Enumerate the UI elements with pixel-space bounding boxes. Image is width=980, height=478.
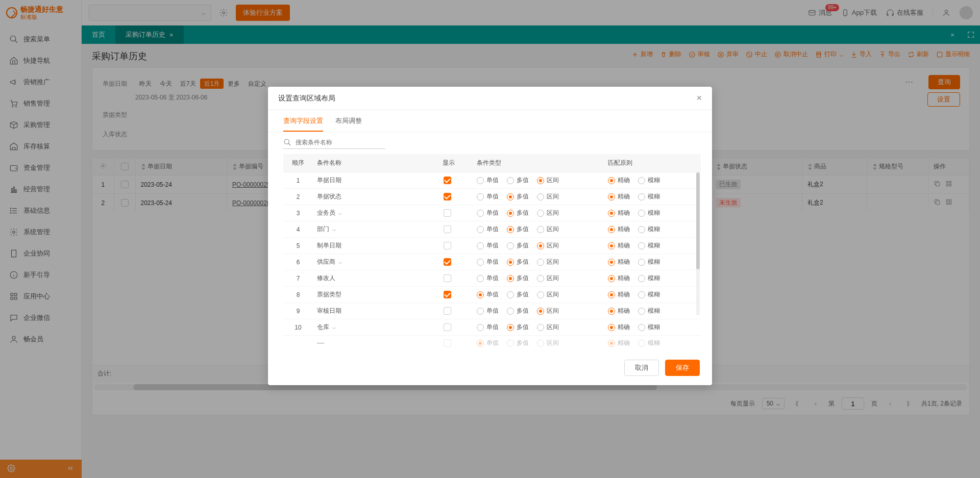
- radio-fuzzy[interactable]: 模糊: [638, 176, 660, 185]
- radio-multi[interactable]: 多值: [507, 225, 529, 234]
- radio-exact[interactable]: 精确: [608, 209, 630, 217]
- radio-fuzzy[interactable]: 模糊: [638, 192, 660, 201]
- radio-multi[interactable]: 多值: [507, 176, 529, 185]
- cell-name: 制单日期: [313, 238, 438, 254]
- cell-show[interactable]: [438, 189, 473, 205]
- radio-range[interactable]: 区间: [537, 290, 559, 299]
- cell-show[interactable]: [438, 287, 473, 303]
- radio-fuzzy[interactable]: 模糊: [638, 225, 660, 234]
- radio-single[interactable]: 单值: [477, 209, 499, 217]
- radio-single[interactable]: 单值: [477, 307, 499, 315]
- v-scrollbar[interactable]: [696, 172, 700, 315]
- radio-single[interactable]: 单值: [477, 274, 499, 283]
- cell-order: 6: [283, 254, 313, 270]
- radio-range[interactable]: 区间: [537, 274, 559, 283]
- radio-exact[interactable]: 精确: [608, 225, 630, 234]
- radio-single[interactable]: 单值: [477, 339, 499, 347]
- cancel-button[interactable]: 取消: [624, 360, 659, 376]
- cell-show[interactable]: [438, 303, 473, 319]
- chevron-down-icon[interactable]: ⌵: [332, 323, 336, 331]
- dialog-body: 顺序 条件名称 显示 条件类型 匹配原则 1 单据日期 单值多值区间 精确模糊 …: [268, 149, 712, 353]
- radio-exact[interactable]: 精确: [608, 192, 630, 201]
- cell-order: 8: [283, 287, 313, 303]
- radio-single[interactable]: 单值: [477, 290, 499, 299]
- th-show: 显示: [438, 154, 473, 172]
- cell-show[interactable]: [438, 205, 473, 221]
- radio-range[interactable]: 区间: [537, 192, 559, 201]
- cell-match: 精确模糊: [604, 238, 701, 254]
- cell-type: 单值多值区间: [473, 270, 604, 287]
- cell-match: 精确模糊: [604, 221, 701, 238]
- radio-range[interactable]: 区间: [537, 258, 559, 266]
- radio-range[interactable]: 区间: [537, 307, 559, 315]
- cell-match: 精确模糊: [604, 319, 701, 336]
- radio-exact[interactable]: 精确: [608, 176, 630, 185]
- search-icon: [283, 138, 291, 146]
- radio-fuzzy[interactable]: 模糊: [638, 241, 660, 250]
- radio-single[interactable]: 单值: [477, 241, 499, 250]
- chevron-down-icon[interactable]: ⌵: [332, 225, 336, 233]
- radio-exact[interactable]: 精确: [608, 323, 630, 332]
- radio-range[interactable]: 区间: [537, 339, 559, 347]
- cell-match: 精确模糊: [604, 189, 701, 205]
- cell-type: 单值多值区间: [473, 319, 604, 336]
- radio-multi[interactable]: 多值: [507, 307, 529, 315]
- field-row: 5 制单日期 单值多值区间 精确模糊: [283, 238, 701, 254]
- radio-fuzzy[interactable]: 模糊: [638, 290, 660, 299]
- cell-type: 单值多值区间: [473, 221, 604, 238]
- cell-order: 7: [283, 270, 313, 287]
- radio-multi[interactable]: 多值: [507, 209, 529, 217]
- cell-name: 审核日期: [313, 303, 438, 319]
- close-icon[interactable]: ×: [696, 93, 702, 104]
- search-input[interactable]: [296, 139, 385, 146]
- tab-layout-adjust[interactable]: 布局调整: [335, 116, 362, 132]
- field-row: 3 业务员⌵ 单值多值区间 精确模糊: [283, 205, 701, 221]
- cell-show[interactable]: [438, 319, 473, 336]
- radio-fuzzy[interactable]: 模糊: [638, 258, 660, 266]
- radio-exact[interactable]: 精确: [608, 339, 630, 347]
- radio-multi[interactable]: 多值: [507, 274, 529, 283]
- radio-fuzzy[interactable]: 模糊: [638, 323, 660, 332]
- chevron-down-icon[interactable]: ⌵: [338, 209, 342, 216]
- radio-multi[interactable]: 多值: [507, 290, 529, 299]
- cell-match: 精确模糊: [604, 287, 701, 303]
- radio-multi[interactable]: 多值: [507, 339, 529, 347]
- radio-fuzzy[interactable]: 模糊: [638, 209, 660, 217]
- radio-exact[interactable]: 精确: [608, 274, 630, 283]
- cell-show[interactable]: [438, 172, 473, 189]
- cell-name: 部门⌵: [313, 221, 438, 238]
- radio-multi[interactable]: 多值: [507, 192, 529, 201]
- radio-fuzzy[interactable]: 模糊: [638, 307, 660, 315]
- cell-order: 10: [283, 319, 313, 336]
- tab-field-settings[interactable]: 查询字段设置: [283, 116, 323, 132]
- radio-range[interactable]: 区间: [537, 176, 559, 185]
- radio-range[interactable]: 区间: [537, 241, 559, 250]
- radio-fuzzy[interactable]: 模糊: [638, 339, 660, 347]
- dialog-header: 设置查询区域布局 ×: [268, 87, 712, 110]
- radio-multi[interactable]: 多值: [507, 241, 529, 250]
- radio-range[interactable]: 区间: [537, 225, 559, 234]
- radio-single[interactable]: 单值: [477, 323, 499, 332]
- radio-single[interactable]: 单值: [477, 225, 499, 234]
- radio-range[interactable]: 区间: [537, 209, 559, 217]
- radio-exact[interactable]: 精确: [608, 258, 630, 266]
- radio-single[interactable]: 单值: [477, 176, 499, 185]
- save-button[interactable]: 保存: [665, 360, 700, 376]
- radio-multi[interactable]: 多值: [507, 258, 529, 266]
- radio-range[interactable]: 区间: [537, 323, 559, 332]
- chevron-down-icon[interactable]: ⌵: [338, 258, 342, 265]
- dialog-footer: 取消 保存: [268, 353, 712, 385]
- cell-show[interactable]: [438, 254, 473, 270]
- radio-exact[interactable]: 精确: [608, 290, 630, 299]
- radio-multi[interactable]: 多值: [507, 323, 529, 332]
- field-row: 4 部门⌵ 单值多值区间 精确模糊: [283, 221, 701, 238]
- radio-exact[interactable]: 精确: [608, 307, 630, 315]
- cell-name: 供应商⌵: [313, 254, 438, 270]
- radio-single[interactable]: 单值: [477, 258, 499, 266]
- cell-show[interactable]: [438, 221, 473, 238]
- cell-show[interactable]: [438, 270, 473, 287]
- radio-fuzzy[interactable]: 模糊: [638, 274, 660, 283]
- cell-show[interactable]: [438, 238, 473, 254]
- radio-exact[interactable]: 精确: [608, 241, 630, 250]
- radio-single[interactable]: 单值: [477, 192, 499, 201]
